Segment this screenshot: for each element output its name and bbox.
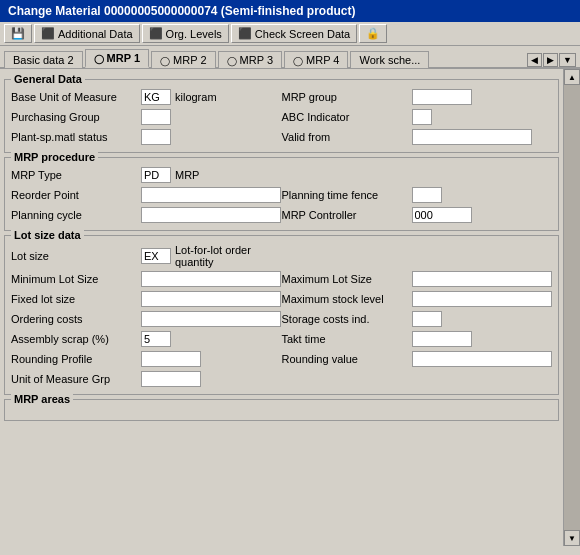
max-lot-input[interactable]: [412, 271, 552, 287]
tab-basic-data-2-label: Basic data 2: [13, 54, 74, 66]
rounding-profile-input[interactable]: [141, 351, 201, 367]
tab-nav-prev[interactable]: ◀: [527, 53, 542, 67]
check-screen-data-button[interactable]: ⬛ Check Screen Data: [231, 24, 357, 43]
lock-button[interactable]: 🔒: [359, 24, 387, 43]
planning-cycle-row: Planning cycle MRP Controller: [11, 206, 552, 224]
mrp-controller-label: MRP Controller: [282, 209, 412, 221]
mrp-group-input[interactable]: [412, 89, 472, 105]
uom-grp-input[interactable]: [141, 371, 201, 387]
tab-basic-data-2[interactable]: Basic data 2: [4, 51, 83, 68]
base-unit-row: Base Unit of Measure kilogram MRP group: [11, 88, 552, 106]
base-unit-label: Base Unit of Measure: [11, 91, 141, 103]
planning-cycle-input[interactable]: [141, 207, 281, 223]
takt-time-input[interactable]: [412, 331, 472, 347]
max-lot-label: Maximum Lot Size: [282, 273, 412, 285]
tab-mrp-4-label: MRP 4: [306, 54, 339, 66]
reorder-point-input[interactable]: [141, 187, 281, 203]
plant-status-label: Plant-sp.matl status: [11, 131, 141, 143]
lot-size-text: Lot-for-lot order quantity: [175, 244, 282, 268]
mrp-type-text: MRP: [175, 169, 199, 181]
general-data-title: General Data: [11, 73, 85, 85]
tab-work-schedule[interactable]: Work sche...: [350, 51, 429, 68]
rounding-profile-row: Rounding Profile Rounding value: [11, 350, 552, 368]
lot-size-title: Lot size data: [11, 229, 84, 241]
fixed-lot-row: Fixed lot size Maximum stock level: [11, 290, 552, 308]
abc-indicator-label: ABC Indicator: [282, 111, 412, 123]
mrp-areas-title: MRP areas: [11, 393, 73, 405]
assembly-scrap-input[interactable]: [141, 331, 171, 347]
check-screen-icon: ⬛: [238, 27, 252, 40]
lot-size-input[interactable]: [141, 248, 171, 264]
general-data-section: General Data Base Unit of Measure kilogr…: [4, 79, 559, 153]
tab-mrp-2-label: MRP 2: [173, 54, 206, 66]
planning-fence-input[interactable]: [412, 187, 442, 203]
org-levels-label: Org. Levels: [166, 28, 222, 40]
tab-mrp-2[interactable]: ◯ MRP 2: [151, 51, 215, 68]
radio-icon-mrp3: ◯: [227, 56, 237, 66]
assembly-scrap-row: Assembly scrap (%) Takt time: [11, 330, 552, 348]
valid-from-input[interactable]: [412, 129, 532, 145]
lot-size-label: Lot size: [11, 250, 141, 262]
rounding-value-input[interactable]: [412, 351, 552, 367]
min-lot-label: Minimum Lot Size: [11, 273, 141, 285]
scroll-up-button[interactable]: ▲: [564, 69, 580, 85]
mrp-procedure-title: MRP procedure: [11, 151, 98, 163]
purchasing-group-label: Purchasing Group: [11, 111, 141, 123]
purchasing-group-row: Purchasing Group ABC Indicator: [11, 108, 552, 126]
tab-mrp-3-label: MRP 3: [240, 54, 273, 66]
uom-grp-row: Unit of Measure Grp: [11, 370, 552, 388]
lot-size-section: Lot size data Lot size Lot-for-lot order…: [4, 235, 559, 395]
mrp-group-label: MRP group: [282, 91, 412, 103]
mrp-type-label: MRP Type: [11, 169, 141, 181]
max-stock-input[interactable]: [412, 291, 552, 307]
tab-mrp-3[interactable]: ◯ MRP 3: [218, 51, 282, 68]
ordering-costs-input[interactable]: [141, 311, 281, 327]
lock-icon: 🔒: [366, 27, 380, 40]
rounding-value-label: Rounding value: [282, 353, 412, 365]
base-unit-text: kilogram: [175, 91, 217, 103]
radio-icon-mrp1: ◯: [94, 54, 104, 64]
toolbar: 💾 ⬛ Additional Data ⬛ Org. Levels ⬛ Chec…: [0, 22, 580, 46]
reorder-point-label: Reorder Point: [11, 189, 141, 201]
save-icon: 💾: [11, 27, 25, 40]
mrp-procedure-section: MRP procedure MRP Type MRP Reorder Point: [4, 157, 559, 231]
mrp-areas-section: MRP areas: [4, 399, 559, 421]
mrp-controller-input[interactable]: [412, 207, 472, 223]
save-button[interactable]: 💾: [4, 24, 32, 43]
valid-from-label: Valid from: [282, 131, 412, 143]
reorder-point-row: Reorder Point Planning time fence: [11, 186, 552, 204]
uom-grp-label: Unit of Measure Grp: [11, 373, 141, 385]
org-levels-icon: ⬛: [149, 27, 163, 40]
min-lot-input[interactable]: [141, 271, 281, 287]
tab-nav-next[interactable]: ▶: [543, 53, 558, 67]
scroll-down-button[interactable]: ▼: [564, 530, 580, 546]
tabs-row: Basic data 2 ◯ MRP 1 ◯ MRP 2 ◯ MRP 3 ◯ M…: [0, 46, 580, 69]
fixed-lot-input[interactable]: [141, 291, 281, 307]
scrollbar: ▲ ▼: [563, 69, 580, 546]
org-levels-button[interactable]: ⬛ Org. Levels: [142, 24, 229, 43]
tab-nav-menu[interactable]: ▼: [559, 53, 576, 67]
radio-icon-mrp4: ◯: [293, 56, 303, 66]
abc-indicator-input[interactable]: [412, 109, 432, 125]
tab-mrp-1[interactable]: ◯ MRP 1: [85, 49, 149, 68]
planning-fence-label: Planning time fence: [282, 189, 412, 201]
storage-costs-input[interactable]: [412, 311, 442, 327]
mrp-type-input[interactable]: [141, 167, 171, 183]
lot-size-row: Lot size Lot-for-lot order quantity: [11, 244, 552, 268]
scroll-track[interactable]: [564, 85, 580, 530]
fixed-lot-label: Fixed lot size: [11, 293, 141, 305]
rounding-profile-label: Rounding Profile: [11, 353, 141, 365]
tab-mrp-1-label: MRP 1: [107, 52, 140, 64]
tab-work-schedule-label: Work sche...: [359, 54, 420, 66]
mrp-type-row: MRP Type MRP: [11, 166, 552, 184]
main-content: General Data Base Unit of Measure kilogr…: [0, 69, 563, 544]
base-unit-input[interactable]: [141, 89, 171, 105]
min-lot-row: Minimum Lot Size Maximum Lot Size: [11, 270, 552, 288]
window-title: Change Material 00000005000000074 (Semi-…: [8, 4, 355, 18]
additional-data-icon: ⬛: [41, 27, 55, 40]
additional-data-label: Additional Data: [58, 28, 133, 40]
tab-mrp-4[interactable]: ◯ MRP 4: [284, 51, 348, 68]
plant-status-input[interactable]: [141, 129, 171, 145]
additional-data-button[interactable]: ⬛ Additional Data: [34, 24, 140, 43]
purchasing-group-input[interactable]: [141, 109, 171, 125]
